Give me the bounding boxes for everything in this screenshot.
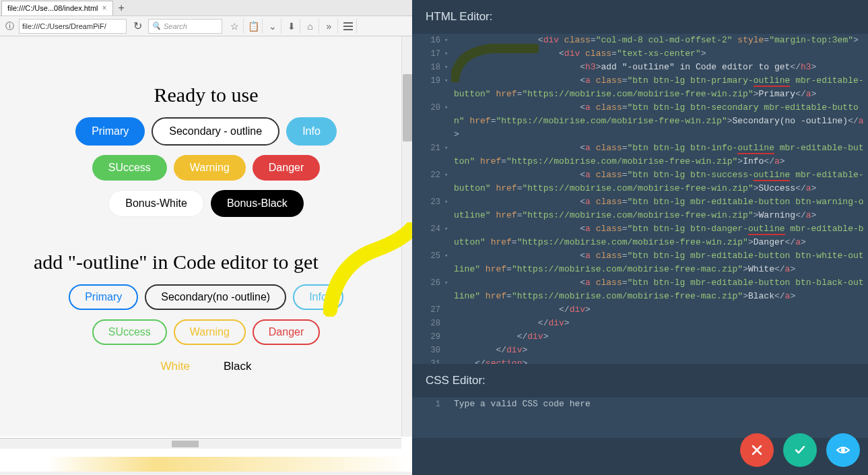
home-icon[interactable]: ⌂ [302,19,319,34]
outline-row-1: Primary Secondary(no -outline) Info [13,284,399,310]
browser-tab[interactable]: file:///C:/Use...08/index.html × [1,1,113,15]
search-icon: 🔍 [152,22,161,30]
download-icon[interactable]: ⬇ [283,19,300,34]
bookmark-icon[interactable]: ☆ [226,19,244,34]
code-line[interactable]: 19▾ <a class="btn btn-lg btn-primary-out… [412,74,868,101]
browser-tab-bar: file:///C:/Use...08/index.html × + [0,0,412,16]
html-editor-header: HTML Editor: [412,0,868,34]
code-line[interactable]: 20▾ <a class="btn btn-lg btn-secondary m… [412,101,868,141]
overflow-icon[interactable]: » [321,19,338,34]
primary-button[interactable]: Primary [75,117,145,146]
tab-title: file:///C:/Use...08/index.html [7,4,98,12]
outline-row-3: White Black [13,354,399,379]
solid-row-2: SUccess Warning Danger [13,155,399,181]
warning-outline-button[interactable]: Warning [174,319,246,345]
warning-button[interactable]: Warning [174,155,246,181]
page-content: Ready to use Primary Secondary - outline… [0,36,412,437]
close-icon [751,444,763,456]
info-outline-button[interactable]: Info [293,284,343,310]
scrollbar-thumb[interactable] [403,74,412,141]
scrollbar-vertical[interactable] [401,36,412,437]
page-footer-glow [47,457,411,472]
browser-pane: file:///C:/Use...08/index.html × + ⓘ fil… [0,0,412,472]
code-line[interactable]: 27 </div> [412,303,868,317]
bonus-white-button[interactable]: Bonus-White [108,190,204,217]
eye-icon [836,443,850,457]
code-line[interactable]: 22▾ <a class="btn btn-lg btn-success-out… [412,168,868,195]
check-icon [793,443,807,457]
search-input[interactable]: 🔍 Search [148,19,222,34]
scrollbar-horizontal[interactable] [0,438,401,449]
secondary-outline-button[interactable]: Secondary - outline [152,117,279,146]
clipboard-icon[interactable]: 📋 [245,19,263,34]
confirm-button[interactable] [783,433,817,467]
heading-outline: add "-outline" in Code editor to get [13,251,399,274]
code-line[interactable]: 28 </div> [412,317,868,330]
fab-row [740,433,860,467]
success-outline-button[interactable]: SUccess [92,319,167,345]
css-editor-header: CSS Editor: [412,364,868,398]
bonus-black-button[interactable]: Bonus-Black [211,190,304,217]
code-line[interactable]: 24▾ <a class="btn btn-lg btn-danger-outl… [412,222,868,249]
danger-outline-button[interactable]: Danger [253,319,320,345]
primary-outline-button[interactable]: Primary [69,284,138,310]
address-bar: ⓘ file:///C:/Users/DreamPiF/ ↻ 🔍 Search … [0,16,412,36]
scrollbar-thumb-h[interactable] [172,441,199,447]
heading-ready: Ready to use [13,84,399,106]
tab-close-icon[interactable]: × [102,3,107,13]
white-text-button[interactable]: White [147,354,203,379]
code-line[interactable]: 17▾ <div class="text-xs-center"> [412,47,868,61]
code-line[interactable]: 16▾ <div class="col-md-8 col-md-offset-2… [412,34,868,47]
solid-row-3: Bonus-White Bonus-Black [13,190,399,217]
cancel-button[interactable] [740,433,774,467]
html-code-area[interactable]: 16▾ <div class="col-md-8 col-md-offset-2… [412,34,868,364]
editor-pane: HTML Editor: 16▾ <div class="col-md-8 co… [412,0,868,475]
toolbar-icons: ☆ 📋 ⌄ ⬇ ⌂ » [226,19,357,34]
black-text-button[interactable]: Black [210,354,265,379]
info-icon[interactable]: ⓘ [3,20,16,33]
outline-row-2: SUccess Warning Danger [13,319,399,345]
solid-row-1: Primary Secondary - outline Info [13,117,399,146]
code-line[interactable]: 21▾ <a class="btn btn-lg btn-info-outlin… [412,141,868,168]
danger-button[interactable]: Danger [253,155,320,181]
code-line[interactable]: 31 </section> [412,357,868,364]
code-line[interactable]: 26▾ <a class="btn btn-lg mbr-editable-bu… [412,276,868,303]
svg-point-0 [841,448,845,452]
css-code-area[interactable]: 1Type a valid CSS code here [412,398,868,438]
info-button[interactable]: Info [286,117,337,146]
code-line[interactable]: 23▾ <a class="btn btn-lg mbr-editable-bu… [412,195,868,222]
code-line[interactable]: 30 </div> [412,344,868,357]
new-tab-button[interactable]: + [113,2,130,14]
preview-button[interactable] [826,433,860,467]
success-button[interactable]: SUccess [92,155,167,181]
code-line[interactable]: 18▾ <h3>add "-outline" in Code editor to… [412,61,868,74]
url-input[interactable]: file:///C:/Users/DreamPiF/ [19,19,127,34]
reload-icon[interactable]: ↻ [129,20,145,32]
code-line[interactable]: 25▾ <a class="btn btn-lg mbr-editable-bu… [412,249,868,276]
pocket-icon[interactable]: ⌄ [264,19,281,34]
hamburger-icon[interactable] [339,19,357,34]
secondary-no-outline-button[interactable]: Secondary(no -outline) [145,284,286,310]
code-line[interactable]: 29 </div> [412,330,868,344]
